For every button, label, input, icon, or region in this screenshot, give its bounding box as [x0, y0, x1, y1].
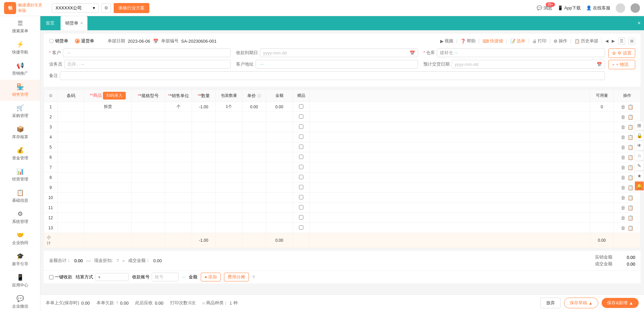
- tab-home[interactable]: 首页: [40, 16, 60, 30]
- rt-expand-icon[interactable]: ⊞: [635, 121, 644, 130]
- action-prev[interactable]: ◀: [605, 39, 608, 43]
- cell-amount[interactable]: [266, 142, 293, 152]
- cell-unit[interactable]: [165, 142, 192, 152]
- copy-row-icon[interactable]: 📋: [628, 104, 633, 110]
- cell-price[interactable]: [242, 183, 266, 193]
- delete-row-icon[interactable]: 🗑: [621, 165, 626, 170]
- sidebar-item-cooperation[interactable]: 🤝 企业协同: [0, 228, 40, 249]
- cell-gift[interactable]: [293, 162, 310, 172]
- expected-date-calendar-icon[interactable]: 📅: [597, 62, 602, 67]
- cell-spec[interactable]: [131, 152, 165, 162]
- cell-pkg-qty[interactable]: 1个: [216, 102, 242, 112]
- cell-gift[interactable]: [293, 223, 310, 233]
- expense-help-icon[interactable]: ?: [252, 275, 255, 280]
- cell-amount[interactable]: [266, 183, 293, 193]
- cell-product[interactable]: [84, 132, 131, 142]
- cell-amount[interactable]: [266, 162, 293, 172]
- cell-qty[interactable]: [192, 162, 216, 172]
- copy-row-icon[interactable]: 📋: [628, 175, 633, 180]
- cell-pkg-qty[interactable]: [216, 152, 242, 162]
- settings-gear-button[interactable]: ⚙: [102, 3, 111, 13]
- window-close-icon[interactable]: ×: [638, 20, 641, 26]
- copy-row-icon[interactable]: 📋: [628, 155, 633, 160]
- copy-row-icon[interactable]: 📋: [628, 215, 633, 221]
- gift-checkbox[interactable]: [299, 165, 303, 169]
- cell-barcode[interactable]: [58, 122, 84, 132]
- radio-sale[interactable]: 销货单: [49, 38, 68, 44]
- copy-row-icon[interactable]: 📋: [628, 225, 633, 231]
- th-settings[interactable]: ⚙: [44, 90, 58, 102]
- sidebar-item-sales[interactable]: 🏪 销售管理: [0, 80, 40, 101]
- cell-price[interactable]: [242, 112, 266, 122]
- sidebar-item-system[interactable]: ⚙ 系统管理: [0, 207, 40, 228]
- user-avatar[interactable]: [616, 3, 625, 13]
- cell-price[interactable]: [242, 193, 266, 203]
- cell-amount[interactable]: [266, 172, 293, 183]
- cell-price[interactable]: [242, 132, 266, 142]
- action-shortcut[interactable]: ⌨ 快捷键: [483, 38, 503, 44]
- cell-pkg-qty[interactable]: [216, 142, 242, 152]
- cell-spec[interactable]: [131, 193, 165, 203]
- delete-row-icon[interactable]: 🗑: [621, 225, 626, 231]
- copy-row-icon[interactable]: 📋: [628, 114, 633, 120]
- question-icon-debt[interactable]: ?: [116, 301, 118, 305]
- cell-pkg-qty[interactable]: [216, 132, 242, 142]
- cell-price[interactable]: [242, 172, 266, 183]
- cell-qty[interactable]: [192, 172, 216, 183]
- cell-product[interactable]: [84, 213, 131, 223]
- action-print[interactable]: 🖨 打印: [532, 38, 546, 44]
- discard-button[interactable]: 放弃: [540, 298, 561, 308]
- cell-unit[interactable]: [165, 112, 192, 122]
- cell-unit[interactable]: [165, 183, 192, 193]
- cell-unit[interactable]: [165, 162, 192, 172]
- cell-amount[interactable]: [266, 132, 293, 142]
- customer-more-icon[interactable]: ···: [67, 50, 71, 55]
- action-operate[interactable]: ⚙ 操作: [554, 38, 567, 44]
- sidebar-item-quicknav[interactable]: ⚡ 快捷导航: [0, 37, 40, 59]
- logistics-button[interactable]: + + 物流: [608, 60, 635, 69]
- delete-row-icon[interactable]: 🗑: [621, 145, 626, 150]
- cell-pkg-qty[interactable]: [216, 193, 242, 203]
- cell-pkg-qty[interactable]: [216, 223, 242, 233]
- action-list-view[interactable]: ☰: [618, 38, 625, 44]
- salesperson-more-icon[interactable]: ···: [81, 62, 84, 67]
- cell-price[interactable]: [242, 152, 266, 162]
- cell-qty[interactable]: -1.00: [192, 102, 216, 112]
- cell-price[interactable]: [242, 122, 266, 132]
- cell-unit[interactable]: [165, 122, 192, 132]
- cell-product[interactable]: [84, 193, 131, 203]
- cell-amount[interactable]: 0.00: [266, 102, 293, 112]
- cell-price[interactable]: 0.00: [242, 102, 266, 112]
- cell-unit[interactable]: [165, 152, 192, 162]
- cell-qty[interactable]: [192, 142, 216, 152]
- due-date-calendar-icon[interactable]: 📅: [410, 50, 415, 55]
- customer-addr-input[interactable]: ···: [256, 60, 418, 69]
- cell-qty[interactable]: [192, 213, 216, 223]
- cell-barcode[interactable]: [58, 213, 84, 223]
- cell-gift[interactable]: [293, 102, 310, 112]
- cell-gift[interactable]: [293, 152, 310, 162]
- cell-barcode[interactable]: [58, 132, 84, 142]
- copy-row-icon[interactable]: 📋: [628, 195, 633, 200]
- cell-barcode[interactable]: [58, 193, 84, 203]
- sidebar-item-search[interactable]: ☰ 搜索菜单: [0, 16, 40, 37]
- delete-row-icon[interactable]: 🗑: [621, 155, 626, 160]
- cell-pkg-qty[interactable]: [216, 172, 242, 183]
- copy-row-icon[interactable]: 📋: [628, 134, 633, 140]
- cell-product[interactable]: [84, 152, 131, 162]
- cell-gift[interactable]: [293, 122, 310, 132]
- question-icon[interactable]: ?: [116, 258, 119, 263]
- cell-barcode[interactable]: [58, 142, 84, 152]
- cell-product[interactable]: [84, 223, 131, 233]
- sidebar-item-purchase[interactable]: 🛒 采购管理: [0, 101, 40, 122]
- rt-edit-icon[interactable]: ✎: [635, 161, 644, 170]
- gift-checkbox[interactable]: [299, 134, 303, 139]
- gift-checkbox[interactable]: [299, 185, 303, 189]
- cell-gift[interactable]: [293, 193, 310, 203]
- cell-spec[interactable]: [131, 172, 165, 183]
- gift-checkbox[interactable]: [299, 215, 303, 220]
- rt-orange-icon[interactable]: 🔔: [635, 181, 644, 191]
- cell-gift[interactable]: [293, 112, 310, 122]
- cell-amount[interactable]: [266, 193, 293, 203]
- cell-gift[interactable]: [293, 213, 310, 223]
